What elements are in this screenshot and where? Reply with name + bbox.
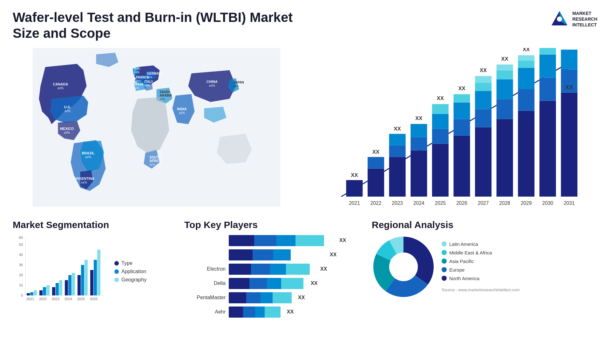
- player-bar-seg4: [273, 292, 292, 303]
- svg-text:2026: 2026: [456, 200, 467, 206]
- svg-point-2: [557, 17, 562, 22]
- player-bar-seg3: [276, 235, 295, 246]
- svg-text:2021: 2021: [26, 297, 34, 301]
- player-name-aehr: Aehr: [184, 309, 226, 315]
- north-america-dot: [442, 276, 447, 281]
- player-row-pentamaster: PentaMaster XX: [184, 292, 359, 303]
- player-bar: [229, 235, 337, 246]
- svg-rect-40: [368, 168, 384, 196]
- regional-legend: Latin America Middle East & Africa Asia …: [442, 241, 520, 292]
- svg-rect-70: [497, 71, 513, 79]
- logo-line1: MARKET: [572, 10, 597, 16]
- svg-rect-61: [475, 127, 491, 196]
- svg-text:xx%: xx%: [58, 86, 64, 90]
- north-america-label: North America: [449, 276, 479, 281]
- asia-pacific-label: Asia Pacific: [449, 259, 474, 264]
- svg-text:xx%: xx%: [147, 76, 152, 79]
- legend-latin-america: Latin America: [442, 241, 520, 247]
- svg-rect-126: [78, 275, 81, 295]
- svg-rect-130: [94, 260, 97, 295]
- svg-rect-120: [52, 287, 55, 295]
- player-xx-electron: XX: [320, 266, 327, 272]
- svg-text:XX: XX: [501, 56, 508, 62]
- europe-label: Europe: [449, 267, 464, 273]
- key-players-section: Top Key Players XX: [184, 219, 359, 318]
- svg-text:2027: 2027: [478, 200, 489, 206]
- bottom-row: Market Segmentation 0 10 20 30 40 50 60: [13, 219, 597, 318]
- legend-type-label: Type: [121, 260, 132, 266]
- legend-north-america: North America: [442, 276, 520, 281]
- player-bar: [229, 307, 284, 318]
- player-bar: [229, 292, 295, 303]
- svg-text:2024: 2024: [64, 297, 72, 301]
- svg-rect-41: [368, 157, 384, 168]
- svg-rect-114: [27, 293, 30, 295]
- svg-text:MEXICO: MEXICO: [60, 127, 74, 131]
- svg-rect-125: [72, 273, 75, 295]
- europe-dot: [442, 267, 447, 272]
- svg-rect-115: [30, 292, 33, 295]
- svg-rect-49: [410, 124, 427, 137]
- svg-rect-116: [34, 290, 37, 295]
- svg-text:JAPAN: JAPAN: [234, 81, 244, 84]
- player-xx-pentamaster: XX: [298, 295, 305, 300]
- middle-east-label: Middle East & Africa: [449, 250, 492, 255]
- player-row-aehr: Aehr XX: [184, 307, 359, 318]
- svg-text:xx%: xx%: [234, 84, 239, 88]
- svg-text:XX: XX: [437, 95, 444, 101]
- segmentation-title: Market Segmentation: [13, 219, 172, 230]
- logo-container: MARKET RESEARCH INTELLECT: [550, 10, 597, 29]
- player-bar-seg4: [286, 264, 310, 275]
- legend-application-dot: [114, 269, 119, 274]
- svg-rect-128: [85, 260, 88, 295]
- page-title: Wafer-level Test and Burn-in (WLTBI) Mar…: [13, 10, 299, 42]
- player-bar-seg3: [270, 264, 286, 275]
- player-bar-seg3: [267, 278, 281, 289]
- latin-america-label: Latin America: [449, 241, 478, 247]
- regional-title: Regional Analysis: [372, 219, 524, 230]
- svg-rect-127: [81, 265, 84, 295]
- svg-text:2028: 2028: [499, 200, 510, 206]
- svg-rect-124: [68, 275, 71, 295]
- svg-text:2025: 2025: [77, 297, 85, 301]
- svg-rect-64: [475, 83, 491, 91]
- player-name-electron: Electron: [184, 266, 226, 272]
- svg-rect-131: [97, 250, 100, 295]
- svg-rect-82: [539, 48, 556, 55]
- legend-asia-pacific: Asia Pacific: [442, 259, 520, 264]
- svg-rect-52: [432, 129, 449, 144]
- segmentation-legend: Type Application Geography: [114, 260, 146, 283]
- svg-rect-38: [346, 180, 363, 197]
- legend-geography: Geography: [114, 277, 146, 283]
- player-bar-container: XX: [229, 264, 359, 275]
- svg-text:U.K.: U.K.: [134, 67, 141, 70]
- svg-text:2023: 2023: [52, 297, 59, 301]
- svg-rect-69: [497, 79, 513, 99]
- svg-rect-73: [518, 111, 534, 196]
- legend-middle-east-africa: Middle East & Africa: [442, 250, 520, 255]
- svg-text:20: 20: [19, 273, 23, 277]
- svg-rect-84: [561, 92, 578, 197]
- svg-text:INDIA: INDIA: [177, 107, 187, 111]
- player-bar-seg1: [229, 307, 243, 318]
- svg-rect-44: [389, 145, 406, 157]
- svg-text:AFRICA: AFRICA: [150, 159, 162, 163]
- svg-text:10: 10: [19, 283, 23, 287]
- svg-text:SPAIN: SPAIN: [134, 83, 143, 86]
- svg-text:XX: XX: [458, 85, 465, 91]
- player-bar-seg2: [243, 307, 255, 318]
- svg-text:XX: XX: [351, 172, 358, 178]
- legend-application-label: Application: [121, 269, 146, 274]
- player-bar-seg2: [253, 249, 273, 260]
- svg-text:CANADA: CANADA: [53, 82, 68, 86]
- segmentation-section: Market Segmentation 0 10 20 30 40 50 60: [13, 219, 172, 318]
- svg-rect-67: [497, 119, 513, 196]
- svg-rect-59: [454, 94, 470, 102]
- regional-section: Regional Analysis: [372, 219, 524, 318]
- player-bar-seg1: [229, 264, 251, 275]
- player-bar-seg4: [265, 307, 281, 318]
- player-bar-seg2: [246, 292, 261, 303]
- regional-container: Latin America Middle East & Africa Asia …: [372, 235, 524, 299]
- player-xx-aehr: XX: [287, 309, 294, 315]
- key-players-title: Top Key Players: [184, 219, 359, 230]
